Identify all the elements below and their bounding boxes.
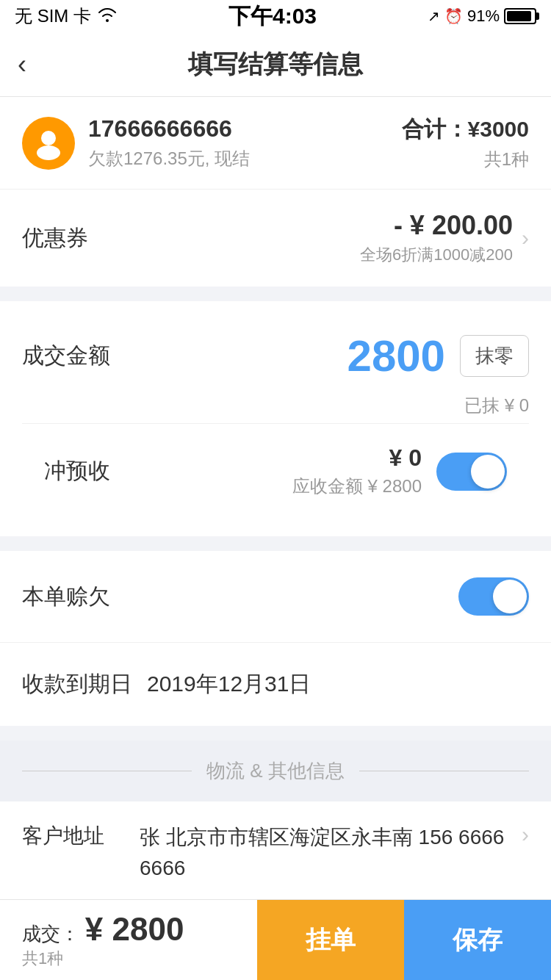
coupon-info: - ¥ 200.00 全场6折满1000减200 — [360, 210, 513, 266]
credit-toggle-knob — [493, 580, 527, 613]
clock-icon: ⏰ — [444, 7, 463, 25]
customer-phone: 17666666666 — [88, 115, 250, 143]
status-right: ↗ ⏰ 91% — [428, 7, 536, 26]
nav-bar: ‹ 填写结算等信息 — [0, 32, 551, 97]
divider-1 — [0, 287, 551, 301]
status-bar: 无 SIM 卡 下午4:03 ↗ ⏰ 91% — [0, 0, 551, 32]
coupon-row[interactable]: 优惠券 - ¥ 200.00 全场6折满1000减200 › — [0, 190, 551, 287]
bottom-deal-label-row: 成交： ¥ 2800 — [22, 911, 235, 948]
bottom-deal-count: 共1种 — [22, 948, 235, 970]
customer-subtext: 欠款1276.35元, 现结 — [88, 147, 250, 170]
prepay-toggle[interactable] — [436, 453, 507, 491]
bottom-bar: 成交： ¥ 2800 共1种 挂单 保存 — [0, 899, 551, 980]
credit-label: 本单赊欠 — [22, 582, 110, 612]
logistics-header: 物流 & 其他信息 — [0, 741, 551, 801]
chevron-right-icon: › — [522, 226, 529, 251]
logistics-line-right — [359, 771, 529, 771]
prepay-right: ¥ 0 应收金额 ¥ 2800 — [292, 444, 507, 498]
round-button[interactable]: 抹零 — [460, 335, 529, 377]
coupon-right: - ¥ 200.00 全场6折满1000减200 › — [360, 210, 529, 266]
divider-3 — [0, 726, 551, 741]
prepay-subtext: 应收金额 ¥ 2800 — [292, 475, 422, 498]
address-row[interactable]: 客户地址 张 北京市市辖区海淀区永丰南 156 6666 6666 › — [0, 801, 551, 904]
svg-point-0 — [41, 131, 56, 145]
bottom-deal-amount: ¥ 2800 — [85, 911, 184, 947]
deal-label: 成交金额 — [22, 341, 110, 371]
prepay-amount: ¥ 0 — [292, 444, 422, 472]
hang-order-button[interactable]: 挂单 — [257, 900, 404, 981]
toggle-knob — [471, 455, 505, 489]
coupon-desc: 全场6折满1000减200 — [360, 244, 513, 266]
credit-section: 本单赊欠 收款到期日 2019年12月31日 — [0, 551, 551, 726]
battery-icon — [504, 8, 536, 24]
bottom-deal-info: 成交： ¥ 2800 共1种 — [0, 911, 257, 970]
back-button[interactable]: ‹ — [18, 49, 26, 80]
total-count: 共1种 — [402, 148, 529, 171]
logistics-label: 物流 & 其他信息 — [206, 758, 345, 784]
page-title: 填写结算等信息 — [188, 48, 363, 82]
deal-right: 2800 抹零 — [347, 331, 529, 381]
status-time: 下午4:03 — [228, 1, 317, 32]
address-label: 客户地址 — [22, 822, 125, 850]
prepay-info: ¥ 0 应收金额 ¥ 2800 — [292, 444, 422, 498]
save-button[interactable]: 保存 — [404, 900, 551, 981]
sim-status: 无 SIM 卡 — [15, 4, 91, 28]
prepay-label: 冲预收 — [44, 456, 110, 486]
address-value: 张 北京市市辖区海淀区永丰南 156 6666 6666 — [140, 822, 522, 884]
deal-amount-value: 2800 — [347, 331, 445, 381]
avatar — [22, 117, 75, 170]
prepay-row: 冲预收 ¥ 0 应收金额 ¥ 2800 — [22, 423, 529, 519]
deal-section: 成交金额 2800 抹零 已抹 ¥ 0 冲预收 ¥ 0 应收金额 ¥ 2800 — [0, 301, 551, 536]
svg-point-1 — [37, 145, 60, 160]
status-left: 无 SIM 卡 — [15, 4, 118, 28]
deal-subtext: 已抹 ¥ 0 — [464, 395, 529, 415]
bottom-deal-label: 成交： — [22, 923, 79, 945]
coupon-amount: - ¥ 200.00 — [360, 210, 513, 241]
coupon-label: 优惠券 — [22, 223, 88, 253]
content-area: 17666666666 欠款1276.35元, 现结 合计：¥3000 共1种 … — [0, 97, 551, 980]
credit-toggle[interactable] — [458, 577, 529, 616]
location-icon: ↗ — [428, 7, 440, 25]
total-amount: 合计：¥3000 — [402, 115, 529, 145]
divider-2 — [0, 536, 551, 551]
customer-info: 17666666666 欠款1276.35元, 现结 — [88, 115, 250, 170]
wifi-icon — [97, 6, 118, 26]
duedate-row: 收款到期日 2019年12月31日 — [0, 642, 551, 726]
battery-percent: 91% — [467, 7, 500, 26]
duedate-label: 收款到期日 — [22, 669, 132, 699]
address-chevron-icon: › — [522, 822, 529, 847]
customer-section: 17666666666 欠款1276.35元, 现结 合计：¥3000 共1种 … — [0, 97, 551, 287]
duedate-value: 2019年12月31日 — [147, 669, 311, 699]
customer-row: 17666666666 欠款1276.35元, 现结 合计：¥3000 共1种 — [0, 97, 551, 190]
customer-left: 17666666666 欠款1276.35元, 现结 — [22, 115, 250, 170]
customer-total: 合计：¥3000 共1种 — [402, 115, 529, 171]
logistics-line-left — [22, 771, 192, 771]
credit-row: 本单赊欠 — [0, 551, 551, 642]
deal-amount-row: 成交金额 2800 抹零 — [22, 319, 529, 393]
